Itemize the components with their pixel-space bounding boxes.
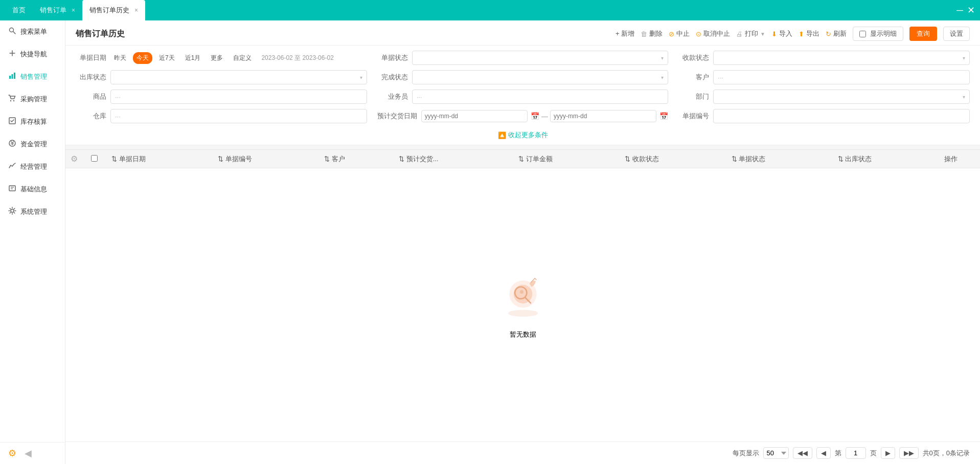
sidebar-item-search-menu[interactable]: 搜索菜单 [0,20,65,43]
sidebar-item-quick-nav[interactable]: 快捷导航 [0,43,65,65]
minimize-icon[interactable]: ─ [956,5,963,16]
filter-date: 单据日期 昨天 今天 近7天 近1月 更多 自定义 2023-06-02 至 2… [76,52,367,64]
sales-rep-select[interactable]: ··· [412,90,669,104]
dept-label: 部门 [678,92,709,101]
print-label: 打印 [745,29,758,38]
date-btn-today[interactable]: 今天 [133,52,152,64]
date-btn-1month[interactable]: 近1月 [181,52,204,64]
ops-mgmt-icon [8,162,16,172]
date-btn-custom[interactable]: 自定义 [230,52,255,64]
refresh-label: 刷新 [833,29,847,38]
order-no-input[interactable] [713,109,970,123]
tab-sales-order[interactable]: 销售订单 × [33,0,82,20]
pay-status-select[interactable]: ▾ [713,51,970,65]
sidebar-item-purchase-mgmt[interactable]: 采购管理 [0,88,65,111]
tab-sales-history[interactable]: 销售订单历史 × [82,0,145,20]
calendar-to-icon[interactable]: 📅 [659,112,668,120]
print-button[interactable]: 🖨 打印 ▼ [736,29,765,38]
cancel-stop-button[interactable]: ⊙ 取消中止 [696,29,730,38]
export-icon: ⬆ [799,30,804,38]
tab-sales-history-close[interactable]: × [134,7,138,14]
calendar-from-icon[interactable]: 📅 [531,112,539,120]
order-status-select[interactable]: ▾ [412,51,669,65]
prev-page-button[interactable]: ◀ [816,447,831,459]
sidebar-collapse-icon[interactable]: ◀ [25,448,32,459]
query-button[interactable]: 查询 [909,27,937,41]
page-header: 销售订单历史 + 新增 🗑 删除 ⊘ 中止 ⊙ 取消中止 🖨 [65,20,980,46]
sidebar-item-ops-mgmt[interactable]: 经营管理 [0,156,65,178]
sidebar-label-quick-nav: 快捷导航 [20,50,47,59]
sidebar-item-inventory-check[interactable]: 库存核算 [0,111,65,133]
page-input[interactable] [846,447,866,459]
goods-dots: ··· [115,93,121,101]
pay-status-label: 收款状态 [678,53,709,62]
delete-button[interactable]: 🗑 删除 [641,29,663,38]
page-size-select[interactable]: 50 10 20 100 [763,447,789,459]
last-page-button[interactable]: ▶▶ [899,447,919,459]
sidebar-item-sys-mgmt[interactable]: 系统管理 [0,201,65,223]
collapse-up-icon: 🔼 [498,131,506,139]
collapse-label: 收起更多条件 [508,130,548,140]
refresh-button[interactable]: ↻ 刷新 [826,29,847,38]
next-page-button[interactable]: ▶ [881,447,895,459]
print-arrow: ▼ [760,31,765,37]
collapse-button[interactable]: 🔼 收起更多条件 [498,130,548,140]
completion-status-select[interactable]: ▾ [412,70,669,84]
date-btn-7days[interactable]: 近7天 [155,52,178,64]
th-order-no-label: ⇅ 单据编号 [218,155,252,163]
first-page-button[interactable]: ◀◀ [793,447,812,459]
outbound-status-label: 出库状态 [76,73,106,82]
customer-select[interactable]: ··· [713,70,970,84]
close-icon[interactable]: ✕ [967,5,975,16]
export-button[interactable]: ⬆ 导出 [799,29,819,38]
date-btn-more[interactable]: 更多 [207,52,226,64]
filter-estimated-delivery: 预计交货日期 📅 — 📅 [377,110,669,122]
sidebar-label-ops-mgmt: 经营管理 [20,162,47,171]
filter-row-1: 单据日期 昨天 今天 近7天 近1月 更多 自定义 2023-06-02 至 2… [76,51,970,65]
sidebar-item-sales-mgmt[interactable]: 销售管理 [0,65,65,88]
sidebar-label-purchase-mgmt: 采购管理 [20,95,47,104]
th-ops-label: 操作 [944,155,958,163]
purchase-mgmt-icon [8,94,16,104]
select-all-checkbox[interactable] [91,155,98,162]
stop-button[interactable]: ⊘ 中止 [669,29,690,38]
filter-warehouse: 仓库 ··· [76,109,367,123]
sidebar-label-sys-mgmt: 系统管理 [20,207,47,216]
page-title: 销售订单历史 [76,29,125,39]
svg-point-19 [520,290,523,294]
svg-point-14 [508,310,537,317]
date-to-input[interactable] [550,110,656,122]
filter-completion-status: 完成状态 ▾ [377,70,669,84]
display-cols-button[interactable]: 显示明细 [853,27,903,41]
dept-select[interactable]: ▾ [713,90,970,104]
sidebar-settings-icon[interactable]: ⚙ [8,448,16,459]
new-label: + 新增 [616,29,634,38]
filter-order-no: 单据编号 [678,109,970,123]
filter-row-3: 商品 ··· 业务员 ··· 部门 ▾ [76,90,970,104]
outbound-status-select[interactable]: ▾ [110,70,367,84]
svg-point-13 [11,209,14,212]
goods-select[interactable]: ··· [110,90,367,104]
settings-button[interactable]: 设置 [943,27,970,41]
th-estimated-delivery-label: ⇅ 预计交货... [399,155,438,163]
sidebar-item-basic-info[interactable]: 基础信息 [0,178,65,201]
new-button[interactable]: + 新增 [616,29,634,38]
th-order-status-label: ⇅ 单据状态 [732,155,766,163]
svg-line-1 [13,32,15,34]
display-cols-checkbox[interactable] [859,31,866,37]
date-from-input[interactable] [421,110,528,122]
data-table: ⚙ ⇅ 单据日期 ⇅ 单据编号 ⇅ 客户 [65,149,980,168]
filter-row-4: 仓库 ··· 预计交货日期 📅 — 📅 单据编号 [76,109,970,123]
warehouse-select[interactable]: ··· [110,109,367,123]
date-btn-yesterday[interactable]: 昨天 [110,52,130,64]
tab-sales-order-close[interactable]: × [72,7,75,14]
table-container: ⚙ ⇅ 单据日期 ⇅ 单据编号 ⇅ 客户 [65,149,980,441]
tab-home[interactable]: 首页 [5,0,33,20]
import-button[interactable]: ⬇ 导入 [771,29,792,38]
completion-status-arrow: ▾ [661,75,664,80]
table-settings-icon[interactable]: ⚙ [71,154,78,163]
th-outbound-status-label: ⇅ 出库状态 [838,155,872,163]
sidebar-item-fund-mgmt[interactable]: ¥ 资金管理 [0,133,65,156]
sales-rep-dots: ··· [417,93,422,101]
inventory-check-icon [8,117,16,127]
